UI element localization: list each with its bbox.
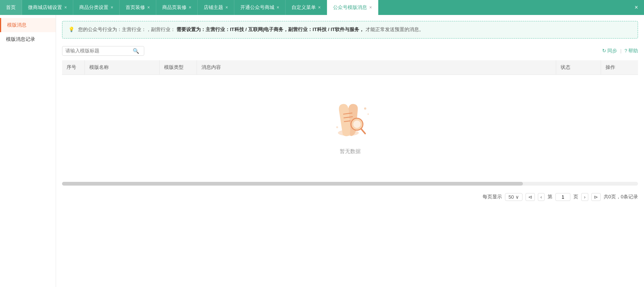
tab-wshop-close[interactable]: ×: [64, 5, 67, 10]
empty-text: 暂无数据: [340, 148, 361, 155]
empty-illustration: [328, 97, 373, 142]
toolbar-right: ↻ 同步 | ? 帮助: [602, 48, 638, 54]
tab-home-deco-close[interactable]: ×: [147, 5, 150, 10]
data-table: 序号 模版名称 模版类型 消息内容 状态 操作: [62, 60, 638, 75]
sync-button[interactable]: ↻ 同步: [602, 48, 617, 54]
tab-home-deco-label: 首页装修: [126, 4, 145, 11]
tab-wshop-settings[interactable]: 微商城店铺设置 ×: [22, 0, 73, 15]
search-icon[interactable]: 🔍: [133, 48, 139, 54]
tab-open-public-close[interactable]: ×: [277, 5, 279, 10]
svg-line-6: [361, 129, 365, 134]
tab-custom-menu[interactable]: 自定义菜单 ×: [286, 0, 327, 15]
per-page-label: 每页显示: [483, 193, 502, 200]
col-action: 操作: [601, 60, 638, 75]
last-page-button[interactable]: ⊳: [591, 193, 601, 201]
sidebar-item-template-record[interactable]: 模版消息记录: [0, 32, 56, 46]
tab-prod-deco-close[interactable]: ×: [189, 5, 191, 10]
tab-bar-close-all[interactable]: ×: [629, 4, 644, 11]
first-page-button[interactable]: ⊲: [526, 193, 535, 201]
scroll-bar-thumb[interactable]: [62, 182, 523, 186]
col-name: 模版名称: [84, 60, 159, 75]
tab-template-msg[interactable]: 公众号模版消息 ×: [327, 0, 378, 15]
content-area: 💡 您的公众号行业为：主营行业：，副营行业： 需要设置为：主营行业：IT科技 /…: [56, 15, 644, 287]
col-status: 状态: [556, 60, 601, 75]
tab-shop-theme[interactable]: 店铺主题 ×: [198, 0, 234, 15]
tab-product-decoration[interactable]: 商品页装修 ×: [156, 0, 198, 15]
empty-svg: [328, 97, 373, 142]
tab-custom-menu-label: 自定义菜单: [292, 4, 316, 11]
help-icon: ?: [625, 48, 627, 54]
tab-prod-deco-label: 商品页装修: [162, 4, 187, 11]
tab-home[interactable]: 首页: [0, 0, 22, 15]
notice-icon: 💡: [68, 27, 74, 32]
page-label: 第: [548, 193, 552, 200]
prev-page-button[interactable]: ‹: [538, 193, 545, 201]
empty-state: 暂无数据: [62, 75, 638, 177]
toolbar-divider: |: [620, 48, 621, 54]
scroll-bar-area[interactable]: [62, 182, 638, 186]
tab-template-msg-label: 公众号模版消息: [333, 4, 367, 11]
notice-highlight: 需要设置为：主营行业：IT科技 / 互联网|电子商务，副营行业：IT科技 / I…: [176, 27, 364, 32]
table-header-row: 序号 模版名称 模版类型 消息内容 状态 操作: [62, 60, 638, 75]
notice-suffix: 才能正常发送预置的消息。: [366, 27, 424, 32]
tab-category[interactable]: 商品分类设置 ×: [73, 0, 120, 15]
svg-point-8: [367, 113, 369, 115]
per-page-select[interactable]: 50 ∨: [505, 193, 522, 201]
tab-template-msg-close[interactable]: ×: [369, 5, 372, 10]
tab-home-decoration[interactable]: 首页装修 ×: [120, 0, 156, 15]
next-page-button[interactable]: ›: [581, 193, 588, 201]
page-unit: 页: [573, 193, 578, 200]
tab-category-close[interactable]: ×: [111, 5, 113, 10]
pagination: 每页显示 50 ∨ ⊲ ‹ 第 页 › ⊳ 共0页，0条记录: [62, 190, 638, 204]
svg-point-7: [364, 107, 366, 110]
sidebar: 模版消息 模版消息记录: [0, 15, 56, 287]
sidebar-item-template-msg[interactable]: 模版消息: [0, 18, 56, 32]
page-input[interactable]: [555, 193, 570, 201]
tab-shop-theme-label: 店铺主题: [204, 4, 223, 11]
tab-custom-menu-close[interactable]: ×: [318, 5, 321, 10]
sync-icon: ↻: [602, 48, 606, 54]
svg-point-9: [336, 126, 338, 128]
tab-shop-theme-close[interactable]: ×: [225, 5, 228, 10]
search-bar: 🔍 ↻ 同步 | ? 帮助: [62, 46, 638, 56]
notice-banner: 💡 您的公众号行业为：主营行业：，副营行业： 需要设置为：主营行业：IT科技 /…: [62, 21, 638, 39]
svg-point-5: [353, 120, 361, 128]
tab-category-label: 商品分类设置: [79, 4, 108, 11]
search-input[interactable]: [65, 48, 133, 54]
sidebar-item-template-record-label: 模版消息记录: [6, 36, 35, 42]
per-page-value: 50: [508, 194, 514, 200]
chevron-down-icon: ∨: [515, 194, 519, 200]
notice-prefix: 您的公众号行业为：主营行业：，副营行业：: [78, 27, 175, 32]
tab-home-label: 首页: [6, 4, 16, 11]
col-type: 模版类型: [159, 60, 197, 75]
col-content: 消息内容: [197, 60, 556, 75]
help-label: 帮助: [628, 48, 638, 54]
tab-wshop-label: 微商城店铺设置: [28, 4, 62, 11]
sidebar-item-template-msg-label: 模版消息: [7, 22, 27, 28]
search-input-wrap[interactable]: 🔍: [62, 46, 144, 56]
tab-bar: 首页 微商城店铺设置 × 商品分类设置 × 首页装修 × 商品页装修 × 店铺主…: [0, 0, 644, 15]
main-layout: 模版消息 模版消息记录 💡 您的公众号行业为：主营行业：，副营行业： 需要设置为…: [0, 15, 644, 287]
total-info: 共0页，0条记录: [604, 193, 638, 200]
col-index: 序号: [62, 60, 84, 75]
help-button[interactable]: ? 帮助: [625, 48, 638, 54]
tab-open-public-label: 开通公众号商城: [240, 4, 274, 11]
sync-label: 同步: [607, 48, 617, 54]
tab-open-public[interactable]: 开通公众号商城 ×: [234, 0, 286, 15]
